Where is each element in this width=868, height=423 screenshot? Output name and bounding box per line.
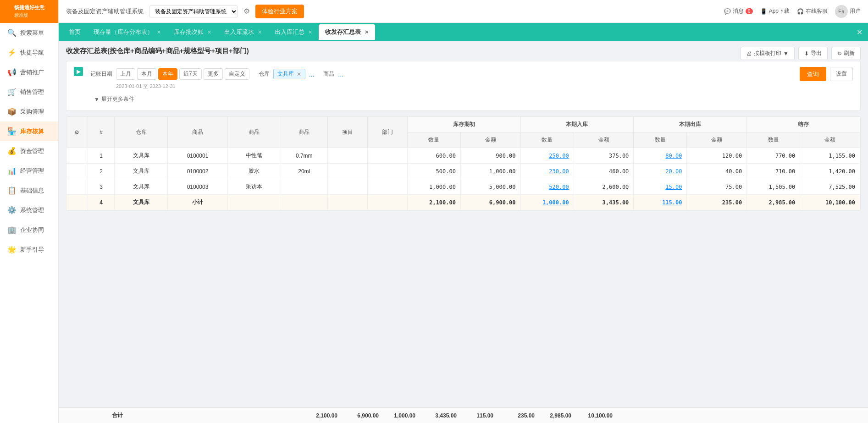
th-project: 项目	[327, 117, 367, 148]
export-label: 导出	[811, 49, 822, 57]
row3-out-qty[interactable]: 15.00	[634, 179, 687, 195]
row2-settings	[66, 164, 88, 179]
print-dropdown-icon: ▼	[783, 50, 789, 57]
sidebar-label-marketing: 营销推广	[20, 68, 44, 77]
expand-more-btn[interactable]: ▼ 展开更多条件	[90, 93, 853, 105]
sidebar-label-search: 搜索菜单	[20, 29, 44, 37]
system-select[interactable]: 装备及固定资产辅助管理系统	[149, 5, 238, 17]
row2-in-qty[interactable]: 230.00	[520, 164, 574, 179]
message-action[interactable]: 💬 消息 6	[724, 7, 753, 15]
subtotal-num: 4	[88, 195, 114, 210]
row1-balance-amt: 1,155.00	[800, 148, 860, 164]
row3-spec	[281, 179, 327, 195]
goods-dots[interactable]: ...	[338, 71, 343, 78]
lightning-icon: ⚡	[7, 48, 17, 57]
row1-warehouse: 文具库	[115, 148, 168, 164]
row1-spec: 0.7mm	[281, 148, 327, 164]
tab-stock-summary-close[interactable]: ✕	[365, 29, 369, 35]
th-out-qty: 数量	[634, 132, 687, 148]
subtotal-settings	[66, 195, 88, 210]
warehouse-dots[interactable]: ...	[309, 71, 315, 78]
tab-batch-close[interactable]: ✕	[207, 29, 211, 35]
subtotal-out-qty[interactable]: 115.00	[634, 195, 687, 210]
date-filter: 记账日期 上月 本月 本年 近7天 更多 自定义	[90, 68, 249, 80]
date-btn-this-year[interactable]: 本年	[158, 68, 177, 80]
tab-inventory-dist[interactable]: 现存量（库存分布表） ✕	[87, 24, 167, 40]
star-icon: 🌟	[7, 245, 17, 254]
subtotal-goods	[227, 195, 281, 210]
export-button[interactable]: ⬇ 导出	[798, 47, 828, 60]
print-button[interactable]: 🖨 按模板打印 ▼	[741, 47, 795, 60]
row1-in-qty[interactable]: 250.00	[520, 148, 574, 164]
app-download-action[interactable]: 📱 App下载	[760, 7, 790, 15]
row3-num: 3	[88, 179, 114, 195]
sidebar-item-sales[interactable]: 🛒 销售管理	[0, 82, 58, 102]
sidebar-item-system[interactable]: ⚙️ 系统管理	[0, 200, 58, 220]
user-action[interactable]: Ea 用户	[835, 5, 861, 18]
main-content: 收发存汇总表(按仓库+商品编码+商品+规格型号+项目+部门) 🖨 按模板打印 ▼…	[59, 41, 868, 423]
tab-batch[interactable]: 库存批次账 ✕	[167, 24, 218, 40]
row3-settings	[66, 179, 88, 195]
warehouse-filter: 仓库 文具库 ✕ ...	[259, 69, 315, 79]
sidebar-item-inventory[interactable]: 🏪 库存核算	[0, 121, 58, 141]
header-right: 💬 消息 6 📱 App下载 🎧 在线客服 Ea 用户	[724, 5, 861, 18]
avatar-text: Ea	[838, 9, 844, 14]
row3-balance-amt: 7,525.00	[800, 179, 860, 195]
subtotal-in-qty[interactable]: 1,000.00	[520, 195, 574, 210]
date-btn-more[interactable]: 更多	[204, 68, 223, 80]
warehouse-tag-close[interactable]: ✕	[297, 71, 301, 77]
row3-in-qty[interactable]: 520.00	[520, 179, 574, 195]
expand-arrow[interactable]: ▶	[74, 67, 83, 76]
online-service-action[interactable]: 🎧 在线客服	[797, 7, 828, 15]
tab-inventory-dist-close[interactable]: ✕	[157, 29, 161, 35]
sidebar-label-guide: 新手引导	[20, 246, 44, 254]
tab-home[interactable]: 首页	[62, 24, 87, 40]
experience-button[interactable]: 体验行业方案	[255, 5, 304, 18]
th-in-group: 本期入库	[520, 117, 634, 132]
date-btn-7days[interactable]: 近7天	[179, 68, 202, 80]
sidebar-item-guide[interactable]: 🌟 新手引导	[0, 240, 58, 259]
subtotal-spec	[281, 195, 327, 210]
sidebar-item-operation[interactable]: 📊 经营管理	[0, 161, 58, 181]
query-button[interactable]: 查询	[800, 67, 826, 81]
tab-bar: 首页 现存量（库存分布表） ✕ 库存批次账 ✕ 出入库流水 ✕ 出入库汇总 ✕ …	[59, 23, 868, 41]
table-footer: 合计 2,100.00 6,900.00 1,000.00 3,435.00 1…	[59, 407, 868, 423]
date-btn-last-month[interactable]: 上月	[116, 68, 135, 80]
tab-inout-flow[interactable]: 出入库流水 ✕	[218, 24, 268, 40]
tab-inout-summary-close[interactable]: ✕	[308, 29, 312, 35]
refresh-button[interactable]: ↻ 刷新	[831, 47, 861, 60]
row1-project	[327, 148, 367, 164]
date-btn-custom[interactable]: 自定义	[225, 68, 249, 80]
th-balance-amt: 金额	[800, 132, 860, 148]
row2-out-qty[interactable]: 20.00	[634, 164, 687, 179]
sidebar-item-quicknav[interactable]: ⚡ 快捷导航	[0, 43, 58, 62]
settings-icon[interactable]: ⚙	[243, 7, 250, 16]
subtotal-in-amt: 3,435.00	[574, 195, 634, 210]
sidebar-item-search[interactable]: 🔍 搜索菜单	[0, 23, 58, 43]
tab-inout-summary[interactable]: 出入库汇总 ✕	[268, 24, 319, 40]
sidebar-item-finance[interactable]: 💰 资金管理	[0, 141, 58, 161]
sidebar-item-purchase[interactable]: 📦 采购管理	[0, 102, 58, 121]
table-row: 2 文具库 0100002 胶水 20ml 500.00 1,000.00 23…	[66, 164, 860, 179]
box-icon: 📦	[7, 107, 17, 116]
row3-dept	[367, 179, 407, 195]
sidebar-label-inventory: 库存核算	[20, 127, 44, 136]
row1-out-qty[interactable]: 80.00	[634, 148, 687, 164]
user-label: 用户	[850, 7, 861, 15]
date-btn-this-month[interactable]: 本月	[137, 68, 156, 80]
tab-inout-flow-close[interactable]: ✕	[258, 29, 262, 35]
sidebar-label-basic: 基础信息	[20, 187, 44, 195]
page-container: 收发存汇总表(按仓库+商品编码+商品+规格型号+项目+部门) 🖨 按模板打印 ▼…	[59, 41, 868, 216]
system-title: 装备及固定资产辅助管理系统	[66, 7, 144, 16]
settings-btn[interactable]: 设置	[830, 67, 853, 81]
sidebar-item-basic[interactable]: 📋 基础信息	[0, 181, 58, 200]
tab-bar-close[interactable]: ✕	[855, 26, 864, 38]
sidebar-item-marketing[interactable]: 📢 营销推广	[0, 62, 58, 82]
sidebar-item-enterprise[interactable]: 🏢 企业协同	[0, 220, 58, 240]
export-icon: ⬇	[804, 50, 809, 57]
goods-filter: 商品 ...	[323, 70, 343, 78]
row2-project	[327, 164, 367, 179]
tab-stock-summary[interactable]: 收发存汇总表 ✕	[319, 24, 375, 40]
th-code: 商品	[168, 117, 228, 148]
filter-panel: ▶ 记账日期 上月 本月 本年 近7天 更多 自定义	[66, 61, 861, 111]
